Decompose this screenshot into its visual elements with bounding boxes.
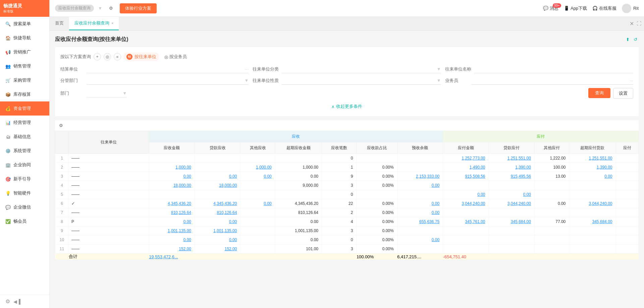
sidebar-item-finance[interactable]: 💰 资金管理: [0, 101, 49, 116]
row-ar-amount[interactable]: 810,126.64: [149, 208, 195, 217]
row-ap-amount[interactable]: 0.00: [443, 190, 489, 199]
row-ap-amount[interactable]: 345,761.00: [443, 217, 489, 226]
user-area[interactable]: Rit: [622, 4, 639, 13]
settings-config-button[interactable]: 设置: [613, 88, 633, 99]
sidebar-item-system[interactable]: ⚙️ 系统管理: [0, 144, 49, 158]
unitname-input[interactable]: [474, 65, 633, 73]
row-ap-overdue[interactable]: 1,251,551.00: [569, 154, 616, 163]
table-scroll-area[interactable]: 往来单位 应收 应付 应收金额 贷款应收 其他应收 超期应收金额 应收笔数 应收…: [55, 131, 639, 260]
row-ap-overdue[interactable]: 1,390.00: [569, 163, 616, 172]
row-ap-loan[interactable]: 345,684.00: [489, 217, 534, 226]
app-download-button[interactable]: 📱 App下载: [564, 5, 587, 11]
row-ap-loan[interactable]: 915,495.56: [489, 172, 534, 181]
building-icon: 🏢: [5, 162, 11, 168]
row-ar-prepay[interactable]: 2,153,333.00: [397, 172, 443, 181]
biz-dept-select[interactable]: ▼: [87, 89, 127, 97]
filter-collapse-button[interactable]: «: [114, 53, 121, 60]
row-ar-prepay[interactable]: 0.00: [397, 208, 443, 217]
row-ar-other[interactable]: 1,000.00: [240, 163, 275, 172]
filter-settings-button[interactable]: ◎: [104, 53, 111, 60]
unittype-select[interactable]: ▼: [281, 77, 441, 85]
row-ap-loan[interactable]: 1,251,551.00: [489, 154, 534, 163]
tab-home[interactable]: 首页: [50, 17, 69, 30]
row-ar-other[interactable]: 0.00: [240, 199, 275, 208]
row-ap-amount[interactable]: 915,508.56: [443, 172, 489, 181]
row-ar-loan[interactable]: 1,001,135.00: [195, 226, 240, 235]
sidebar-item-hardware[interactable]: 💡 智能硬件: [0, 186, 49, 200]
export-button[interactable]: ⬆: [626, 37, 631, 42]
settlement-input[interactable]: ···: [87, 65, 249, 73]
row-ar-amount[interactable]: 0.00: [149, 217, 195, 226]
filter-scheme-unit[interactable]: 畅 按往来单位: [124, 52, 159, 61]
settings-bottom-icon[interactable]: ⚙: [5, 298, 10, 305]
sidebar-item-wechat[interactable]: 💬 企业微信: [0, 200, 49, 214]
row-ar-loan[interactable]: 810,126.64: [195, 208, 240, 217]
dept-select[interactable]: ▼: [87, 77, 249, 85]
row-ar-amount[interactable]: 1,000.00: [149, 163, 195, 172]
row-ar-amount[interactable]: 4,345,436.20: [149, 199, 195, 208]
refresh-button[interactable]: ↺: [634, 37, 639, 42]
sidebar-item-search[interactable]: 🔍 搜索菜单: [0, 17, 49, 31]
collapse-icon[interactable]: ◀▐: [13, 299, 20, 304]
row-ar-prepay[interactable]: 0.00: [397, 235, 443, 245]
online-service-button[interactable]: 🎧 在线客服: [592, 5, 616, 11]
filter-add-button[interactable]: +: [94, 53, 101, 60]
topbar-gear-button[interactable]: ⚙: [106, 4, 116, 13]
row-ar-amount: [149, 190, 195, 199]
query-button[interactable]: 查询: [588, 88, 610, 98]
row-ap-amount[interactable]: 3,044,240.00: [443, 199, 489, 208]
salesperson-input[interactable]: ···: [471, 77, 633, 85]
sidebar-item-inventory[interactable]: 📦 库存核算: [0, 87, 49, 101]
row-ar-loan[interactable]: 152.00: [195, 245, 240, 254]
tab-close-window-icon[interactable]: ✕: [630, 20, 634, 27]
row-ar-amount[interactable]: 0.00: [149, 235, 195, 245]
row-ar-prepay[interactable]: 0.00: [397, 199, 443, 208]
footer-label: 合计: [69, 254, 149, 260]
tab-expand-icon[interactable]: ⛶: [637, 21, 641, 26]
sidebar-item-basic[interactable]: 🗂 基础信息: [0, 130, 49, 144]
check-icon: ✅: [5, 219, 11, 224]
row-ap-overdue[interactable]: 345,684.00: [569, 217, 616, 226]
row-ar-overdue: 1,001,135.00: [275, 226, 322, 235]
tab-close-icon[interactable]: ×: [111, 21, 113, 25]
row-ar-prepay[interactable]: 655,636.75: [397, 217, 443, 226]
sidebar-item-marketing[interactable]: 📢 营销推广: [0, 45, 49, 59]
row-ar-loan[interactable]: 0.00: [195, 235, 240, 245]
row-ar-other[interactable]: 0.00: [240, 172, 275, 181]
sidebar-item-purchase[interactable]: 🛒 采购管理: [0, 73, 49, 87]
row-ar-loan[interactable]: 4,345,436.20: [195, 199, 240, 208]
row-ar-amount[interactable]: 18,000.00: [149, 181, 195, 190]
sidebar-item-corp[interactable]: 🏢 企业协同: [0, 158, 49, 172]
row-ar-loan[interactable]: 0.00: [195, 217, 240, 226]
row-ap-loan[interactable]: 3,044,240.00: [489, 199, 534, 208]
sidebar-item-quick[interactable]: 🏠 快捷导航: [0, 31, 49, 45]
sidebar-item-member[interactable]: ✅ 畅会员: [0, 214, 49, 228]
sidebar-item-sales[interactable]: 👥 销售管理: [0, 59, 49, 73]
row-ar-prepay[interactable]: 0.00: [397, 181, 443, 190]
row-ar-amount[interactable]: 152.00: [149, 245, 195, 254]
row-ar-amount[interactable]: 0.00: [149, 172, 195, 181]
messages-button[interactable]: 💬 消息 99+: [543, 5, 558, 11]
chevron-down-icon: ▼: [437, 67, 441, 72]
table-settings-icon[interactable]: ⚙: [59, 123, 63, 128]
tab-arquery[interactable]: 应收应付余额查询 ×: [69, 17, 119, 30]
sidebar-item-guide[interactable]: 🎯 新手引导: [0, 172, 49, 186]
box-icon: 📦: [5, 92, 11, 97]
row-ap-loan[interactable]: 0.00: [489, 190, 534, 199]
row-ar-loan[interactable]: 18,000.00: [195, 181, 240, 190]
row-ap-loan[interactable]: 1,390.00: [489, 163, 534, 172]
footer-ap-other: [534, 254, 569, 260]
footer-ar-total[interactable]: 19,553,472,6...: [149, 254, 195, 260]
filter-collapse-toggle[interactable]: ∧ 收起更多条件: [60, 102, 633, 111]
row-ap-amount[interactable]: 1,252,773.00: [443, 154, 489, 163]
row-ar-amount[interactable]: 1,001,135.00: [149, 226, 195, 235]
row-ap-overdue[interactable]: 0.00: [569, 172, 616, 181]
sidebar-item-label: 采购管理: [13, 77, 31, 83]
filter-scheme-staff[interactable]: ◎ 按业务员: [162, 52, 190, 61]
trial-button[interactable]: 体验行业方案: [120, 3, 157, 13]
sidebar-item-operations[interactable]: 📊 经营管理: [0, 116, 49, 130]
row-ar-loan[interactable]: 0.00: [195, 172, 240, 181]
row-ap-overdue[interactable]: 3,044,240.00: [569, 199, 616, 208]
category-select[interactable]: ▼: [281, 65, 441, 73]
row-ap-amount[interactable]: 1,490.00: [443, 163, 489, 172]
